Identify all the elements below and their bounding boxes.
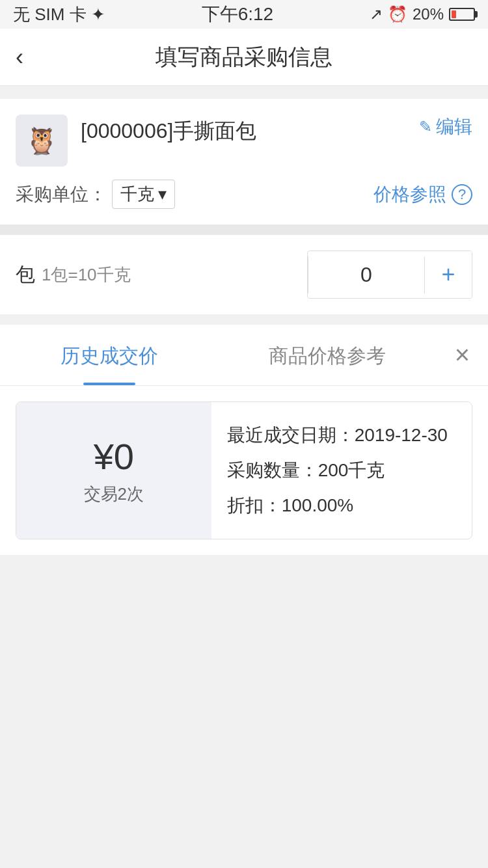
tab-history-price[interactable]: 历史成交价 — [0, 325, 218, 385]
discount-line: 折扣：100.00% — [227, 493, 456, 518]
battery-icon — [449, 8, 475, 21]
quantity-control: 0 + — [307, 251, 472, 299]
unit-select[interactable]: 千克 ▾ — [112, 180, 175, 209]
discount-value: 100.00% — [282, 495, 354, 515]
tab-close-button[interactable]: × — [437, 340, 488, 370]
tab-price-reference[interactable]: 商品价格参考 — [218, 325, 436, 385]
product-logo-icon: 🦉 — [25, 126, 58, 156]
help-icon: ? — [452, 184, 472, 205]
price-ref-label: 价格参照 — [373, 182, 446, 207]
status-right: ↗ ⏰ 20% — [370, 5, 475, 23]
transaction-details: 最近成交日期：2019-12-30 采购数量：200千克 折扣：100.00% — [211, 402, 472, 539]
transaction-price: ¥0 — [94, 435, 134, 478]
close-icon: × — [455, 340, 470, 370]
recent-date-line: 最近成交日期：2019-12-30 — [227, 423, 456, 448]
battery-percent: 20% — [413, 5, 444, 23]
quantity-add-button[interactable]: + — [425, 251, 472, 298]
back-button[interactable]: ‹ — [16, 44, 23, 71]
unit-value: 千克 — [120, 183, 154, 206]
recent-date-value: 2019-12-30 — [355, 425, 448, 445]
purchase-qty-label: 采购数量： — [227, 460, 318, 480]
tabs-header: 历史成交价 商品价格参考 × — [0, 325, 488, 386]
pack-ratio: 1包=10千克 — [42, 264, 131, 286]
transaction-card: ¥0 交易2次 最近成交日期：2019-12-30 采购数量：200千克 折扣：… — [16, 401, 472, 539]
unit-pack-group: 包 1包=10千克 — [16, 262, 131, 288]
section-divider — [0, 224, 488, 235]
product-header: 🦉 [0000006]手撕面包 ✎ 编辑 — [16, 115, 472, 167]
gps-icon: ↗ — [370, 5, 383, 23]
recent-date-label: 最近成交日期： — [227, 425, 355, 445]
transaction-section: ¥0 交易2次 最近成交日期：2019-12-30 采购数量：200千克 折扣：… — [0, 386, 488, 555]
tabs-section: 历史成交价 商品价格参考 × ¥0 交易2次 最近成交日期：2019-12-30… — [0, 325, 488, 555]
status-bar: 无 SIM 卡 ✦ 下午6:12 ↗ ⏰ 20% — [0, 0, 488, 29]
unit-label: 采购单位： — [16, 182, 107, 207]
quantity-value[interactable]: 0 — [308, 256, 425, 293]
status-left: 无 SIM 卡 ✦ — [13, 3, 105, 26]
nav-bar: ‹ 填写商品采购信息 — [0, 29, 488, 86]
edit-icon: ✎ — [419, 118, 432, 136]
status-time: 下午6:12 — [202, 2, 274, 27]
unit-selector-group: 采购单位： 千克 ▾ — [16, 180, 175, 209]
transaction-times: 交易2次 — [84, 483, 144, 506]
product-name: [0000006]手撕面包 — [81, 115, 256, 146]
product-card: 🦉 [0000006]手撕面包 ✎ 编辑 采购单位： 千克 ▾ 价格参照 ? — [0, 99, 488, 224]
page-title: 填写商品采购信息 — [156, 42, 332, 72]
transaction-price-block: ¥0 交易2次 — [16, 402, 211, 539]
sim-signal-text: 无 SIM 卡 ✦ — [13, 3, 105, 26]
edit-button[interactable]: ✎ 编辑 — [419, 115, 472, 139]
alarm-icon: ⏰ — [388, 5, 407, 23]
pack-label: 包 — [16, 262, 35, 288]
product-info: 🦉 [0000006]手撕面包 — [16, 115, 256, 167]
price-ref-button[interactable]: 价格参照 ? — [373, 182, 472, 207]
quantity-row: 包 1包=10千克 0 + — [0, 235, 488, 314]
purchase-qty-value: 200千克 — [318, 460, 385, 480]
tab-price-ref-label: 商品价格参考 — [269, 345, 386, 366]
chevron-down-icon: ▾ — [158, 184, 167, 204]
product-unit-row: 采购单位： 千克 ▾ 价格参照 ? — [16, 180, 472, 209]
product-thumbnail: 🦉 — [16, 115, 68, 167]
edit-label: 编辑 — [436, 115, 472, 139]
purchase-quantity-line: 采购数量：200千克 — [227, 458, 456, 483]
discount-label: 折扣： — [227, 495, 282, 515]
tab-history-label: 历史成交价 — [61, 345, 158, 366]
